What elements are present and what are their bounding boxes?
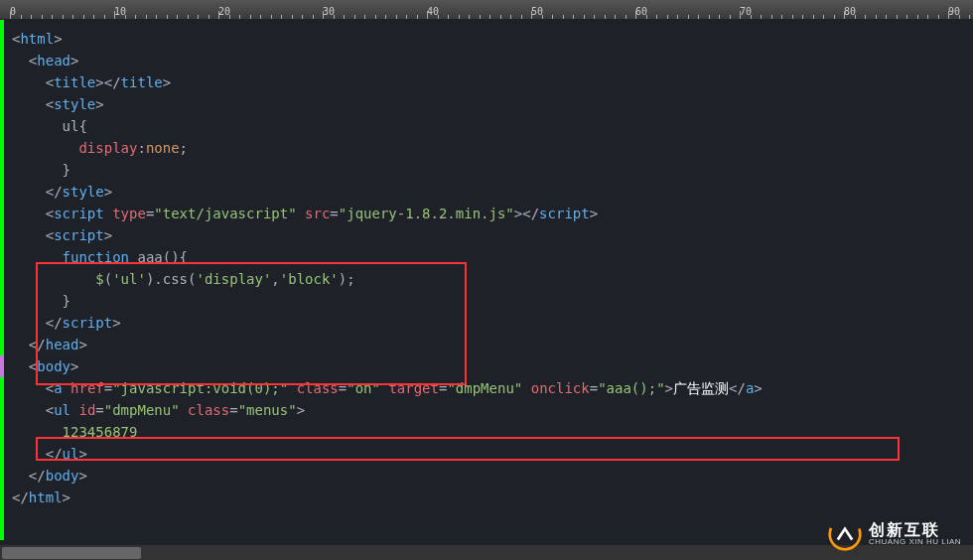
code-line: 123456879 (6, 421, 973, 443)
code-line: } (6, 159, 973, 181)
code-editor[interactable]: <html> <head> <title></title> <style> ul… (0, 20, 973, 540)
code-line: </ul> (6, 443, 973, 465)
code-line: </body> (6, 465, 973, 487)
gutter-indicator (0, 355, 4, 377)
code-line: </html> (6, 487, 973, 508)
code-line: <a href="javascript:void(0);" class="on"… (6, 377, 973, 399)
scrollbar-thumb[interactable] (2, 547, 141, 559)
code-line: </head> (6, 334, 973, 355)
code-line: display:none; (6, 137, 973, 159)
watermark-title: 创新互联 (869, 521, 961, 539)
code-line: <script type="text/javascript" src="jque… (6, 203, 973, 224)
watermark: 创新互联 CHUANG XIN HU LIAN (827, 516, 961, 552)
code-line: <ul id="dmpMenu" class="menus"> (6, 399, 973, 421)
watermark-subtitle: CHUANG XIN HU LIAN (869, 538, 961, 547)
code-line: ul{ (6, 115, 973, 137)
code-line: function aaa(){ (6, 246, 973, 268)
code-line: } (6, 290, 973, 312)
code-line: <head> (6, 50, 973, 71)
code-line: <html> (6, 28, 973, 50)
gutter-marker (0, 20, 4, 540)
code-line: $('ul').css('display','block'); (6, 268, 973, 290)
code-line: <body> (6, 355, 973, 377)
code-line: <title></title> (6, 71, 973, 93)
code-line: </style> (6, 181, 973, 203)
svg-point-0 (830, 519, 861, 550)
code-line: </script> (6, 312, 973, 334)
code-line: <script> (6, 224, 973, 246)
code-line: <style> (6, 93, 973, 115)
watermark-logo-icon (827, 516, 863, 552)
column-ruler: 0102030405060708090 (0, 0, 973, 20)
